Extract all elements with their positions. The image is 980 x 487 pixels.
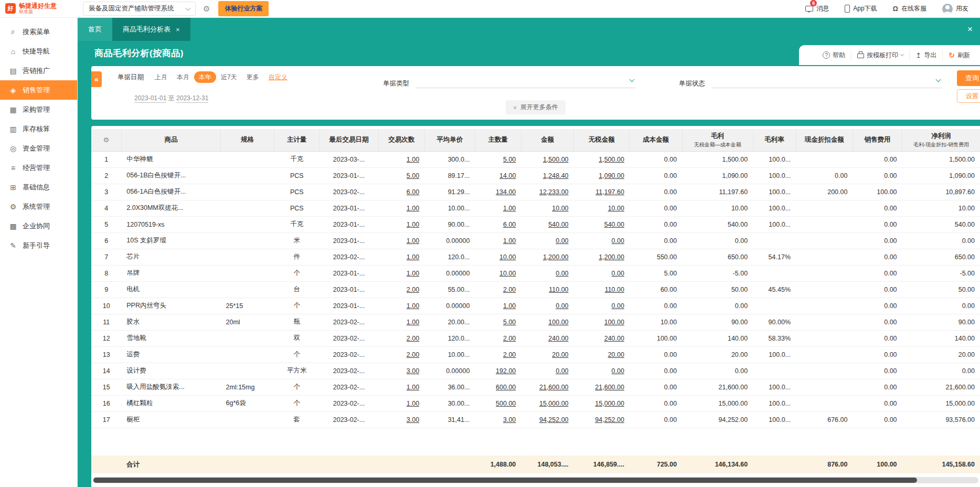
drilldown-link[interactable]: 1.00 [407, 237, 419, 245]
collapse-filter-button[interactable] [91, 71, 102, 87]
sidebar-item-basic-info[interactable]: ⊞基础信息 [0, 177, 77, 197]
sidebar-item-marketing[interactable]: ▤营销推广 [0, 61, 77, 80]
column-header[interactable]: 现金折扣金额 [796, 129, 853, 151]
close-tab-icon[interactable] [176, 26, 180, 34]
date-option[interactable]: 上月 [150, 71, 172, 83]
drilldown-link[interactable]: 1.00 [407, 205, 419, 212]
drilldown-link[interactable]: 15,000.00 [595, 400, 624, 407]
sidebar-item-system[interactable]: ⚙系统管理 [0, 197, 77, 216]
drilldown-link[interactable]: 540.00 [604, 221, 624, 228]
drilldown-link[interactable]: 0.00 [556, 302, 568, 310]
drilldown-link[interactable]: 2.00 [407, 351, 419, 358]
tab-product-gross-profit[interactable]: 商品毛利分析表 [112, 18, 190, 41]
drilldown-link[interactable]: 10.00 [552, 205, 568, 212]
drilldown-link[interactable]: 1.00 [407, 302, 419, 310]
drilldown-link[interactable]: 100.00 [548, 319, 568, 326]
date-option[interactable]: 本年 [194, 71, 216, 83]
drilldown-link[interactable]: 1.00 [407, 319, 419, 326]
drilldown-link[interactable]: 2.00 [407, 335, 419, 342]
drilldown-link[interactable]: 0.00 [612, 302, 624, 310]
trial-plan-button[interactable]: 体验行业方案 [218, 1, 269, 16]
drilldown-link[interactable]: 6.00 [407, 188, 419, 196]
column-header[interactable]: 最后交易日期 [319, 129, 379, 151]
column-header[interactable]: 平均单价 [424, 129, 475, 151]
drilldown-link[interactable]: 10.00 [608, 205, 624, 212]
drilldown-link[interactable]: 20.00 [552, 351, 568, 358]
expand-more-conditions-button[interactable]: 展开更多条件 [506, 100, 566, 114]
drilldown-link[interactable]: 1.00 [407, 253, 419, 261]
tab-home[interactable]: 首页 [78, 18, 112, 41]
sidebar-item-sales[interactable]: ◈销售管理 [0, 80, 77, 100]
drilldown-link[interactable]: 1,200.00 [599, 253, 624, 261]
drilldown-link[interactable]: 3.00 [503, 416, 516, 424]
column-header[interactable]: 交易次数 [378, 129, 424, 151]
sidebar-item-purchase[interactable]: ▦采购管理 [0, 100, 77, 119]
refresh-button[interactable]: 刷新 [942, 50, 976, 60]
drilldown-link[interactable]: 1.00 [407, 384, 419, 391]
drilldown-link[interactable]: 2.00 [407, 286, 419, 293]
sidebar-item-guide[interactable]: ✎新手引导 [0, 236, 77, 255]
drilldown-link[interactable]: 1.00 [503, 205, 516, 212]
system-select[interactable]: 装备及固定资产辅助管理系统 [83, 2, 196, 16]
sidebar-item-search[interactable]: ⌕搜索菜单 [0, 22, 77, 41]
column-header[interactable]: 主计量 [274, 129, 319, 151]
drilldown-link[interactable]: 100.00 [604, 319, 624, 326]
filter-settings-button[interactable]: 设置 [957, 89, 980, 103]
column-header[interactable]: 毛利率 [753, 129, 796, 151]
drilldown-link[interactable]: 1,200.00 [543, 253, 569, 261]
drilldown-link[interactable]: 94,252.00 [539, 416, 569, 424]
drilldown-link[interactable]: 1,500.00 [599, 156, 624, 163]
date-option[interactable]: 近7天 [216, 71, 242, 83]
column-config-header[interactable] [91, 129, 121, 151]
drilldown-link[interactable]: 2.00 [503, 335, 516, 342]
drilldown-link[interactable]: 5.00 [503, 319, 516, 326]
drilldown-link[interactable]: 1.00 [503, 237, 516, 245]
bill-status-select[interactable] [711, 76, 942, 88]
sidebar-item-inventory[interactable]: ▥库存核算 [0, 119, 77, 139]
column-header[interactable]: 净利润毛利-现金折扣-销售费用 [902, 129, 980, 151]
drilldown-link[interactable]: 5.00 [407, 172, 419, 179]
drilldown-link[interactable]: 1,500.00 [543, 156, 569, 163]
column-header[interactable]: 金额 [521, 129, 573, 151]
column-header[interactable]: 商品 [121, 129, 220, 151]
drilldown-link[interactable]: 10.00 [499, 270, 516, 277]
drilldown-link[interactable]: 1.00 [407, 156, 419, 163]
drilldown-link[interactable]: 0.00 [612, 270, 624, 277]
column-header[interactable]: 成本金额 [630, 129, 682, 151]
drilldown-link[interactable]: 21,600.00 [595, 384, 624, 391]
online-service-button[interactable]: 在线客服 [893, 4, 926, 13]
drilldown-link[interactable]: 240.00 [604, 335, 624, 342]
close-all-icon[interactable] [967, 18, 973, 41]
column-header[interactable]: 毛利无税金额—成本金额 [682, 129, 753, 151]
drilldown-link[interactable]: 1.00 [503, 302, 516, 310]
drilldown-link[interactable]: 1.00 [407, 221, 419, 228]
drilldown-link[interactable]: 15,000.00 [539, 400, 569, 407]
drilldown-link[interactable]: 1.00 [407, 270, 419, 277]
drilldown-link[interactable]: 3.00 [407, 367, 419, 375]
drilldown-link[interactable]: 1.00 [407, 400, 419, 407]
date-option[interactable]: 自定义 [264, 71, 292, 83]
messages-button[interactable]: 消息 6 [805, 4, 829, 13]
drilldown-link[interactable]: 3.00 [407, 416, 419, 424]
drilldown-link[interactable]: 1,090.00 [599, 172, 624, 179]
column-header[interactable]: 无税金额 [574, 129, 630, 151]
column-header[interactable]: 主数量 [475, 129, 521, 151]
drilldown-link[interactable]: 2.00 [503, 286, 516, 293]
drilldown-link[interactable]: 240.00 [548, 335, 568, 342]
drilldown-link[interactable]: 110.00 [605, 286, 624, 293]
drilldown-link[interactable]: 500.00 [496, 400, 516, 407]
drilldown-link[interactable]: 134.00 [496, 188, 516, 196]
date-to[interactable]: 2023-12-31 [176, 94, 208, 103]
drilldown-link[interactable]: 10.00 [499, 253, 516, 261]
print-template-button[interactable]: 按模板打印 [851, 50, 909, 60]
drilldown-link[interactable]: 192.00 [496, 367, 516, 375]
column-header[interactable]: 规格 [221, 129, 274, 151]
date-option[interactable]: 本月 [172, 71, 194, 83]
drilldown-link[interactable]: 0.00 [612, 237, 624, 245]
drilldown-link[interactable]: 12,233.00 [539, 188, 569, 196]
drilldown-link[interactable]: 0.00 [612, 367, 624, 375]
drilldown-link[interactable]: 6.00 [503, 221, 516, 228]
export-button[interactable]: 导出 [909, 50, 942, 60]
drilldown-link[interactable]: 2.00 [503, 351, 516, 358]
scrollbar-thumb[interactable] [93, 478, 917, 483]
